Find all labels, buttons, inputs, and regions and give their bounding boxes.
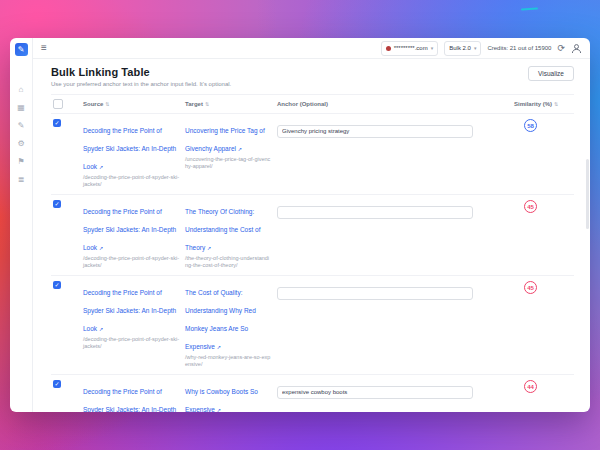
sidebar: ✎ ⌂▦✎⚙⚑≣ (10, 38, 33, 412)
mode-label: Bulk 2.0 (449, 45, 471, 51)
main-area: ≡ *********.com ▾ Bulk 2.0 ▾ Credits: 21… (33, 38, 590, 412)
flag-icon[interactable]: ⚑ (17, 158, 24, 166)
table-row: ✓ Decoding the Price Point of Spyder Ski… (51, 375, 574, 412)
chevron-down-icon: ▾ (474, 45, 477, 51)
page-title: Bulk Linking Table (51, 66, 231, 78)
row-checkbox[interactable]: ✓ (53, 119, 61, 127)
source-link[interactable]: Decoding the Price Point of Spyder Ski J… (83, 289, 176, 332)
app-logo-icon[interactable]: ✎ (15, 43, 28, 56)
grid-icon[interactable]: ▦ (17, 104, 25, 112)
sort-icon[interactable]: ⇅ (554, 101, 558, 107)
scrollbar-thumb[interactable] (586, 159, 589, 229)
anchor-input[interactable] (277, 386, 473, 399)
external-link-icon: ↗ (99, 164, 103, 170)
table-header-row: Source⇅ Target⇅ Anchor (Optional) Simila… (51, 94, 574, 114)
similarity-badge: 45 (524, 200, 537, 213)
list-icon[interactable]: ≣ (18, 176, 25, 184)
target-link[interactable]: The Cost of Quality: Understanding Why R… (185, 289, 256, 350)
user-icon[interactable] (571, 43, 582, 54)
external-link-icon: ↗ (238, 146, 242, 152)
visualize-button[interactable]: Visualize (528, 66, 574, 81)
top-bar: ≡ *********.com ▾ Bulk 2.0 ▾ Credits: 21… (33, 38, 590, 59)
chevron-down-icon: ▾ (431, 45, 434, 51)
column-header-source[interactable]: Source⇅ (83, 101, 179, 107)
row-checkbox[interactable]: ✓ (53, 200, 61, 208)
column-header-target[interactable]: Target⇅ (185, 101, 271, 107)
table-row: ✓ Decoding the Price Point of Spyder Ski… (51, 114, 574, 195)
column-header-anchor: Anchor (Optional) (277, 101, 508, 107)
bulk-linking-table: Source⇅ Target⇅ Anchor (Optional) Simila… (51, 94, 574, 412)
external-link-icon: ↗ (217, 407, 221, 412)
source-url: /decoding-the-price-point-of-spyder-ski-… (83, 336, 179, 350)
external-link-icon: ↗ (99, 245, 103, 251)
target-link[interactable]: Why is Cowboy Boots So Expensive ↗ (185, 388, 258, 412)
source-link[interactable]: Decoding the Price Point of Spyder Ski J… (83, 208, 176, 251)
target-url: /why-red-monkey-jeans-are-so-expensive/ (185, 354, 271, 368)
select-all-checkbox[interactable] (53, 99, 63, 109)
row-checkbox[interactable]: ✓ (53, 380, 61, 388)
column-header-similarity[interactable]: Similarity (%)⇅ (514, 101, 574, 107)
sort-icon[interactable]: ⇅ (105, 101, 109, 107)
external-link-icon: ↗ (99, 326, 103, 332)
menu-icon[interactable]: ≡ (41, 43, 47, 53)
target-link[interactable]: The Theory Of Clothing: Understanding th… (185, 208, 261, 251)
domain-selector[interactable]: *********.com ▾ (381, 41, 439, 56)
gear-icon[interactable]: ⚙ (17, 140, 24, 148)
domain-favicon-dot (386, 46, 391, 51)
target-url: /uncovering-the-price-tag-of-givenchy-ap… (185, 156, 271, 170)
page-subtitle: Use your preferred anchor text in the an… (51, 81, 231, 87)
external-link-icon: ↗ (207, 245, 211, 251)
anchor-input[interactable] (277, 287, 473, 300)
sort-icon[interactable]: ⇅ (205, 101, 209, 107)
target-link[interactable]: Uncovering the Price Tag of Givenchy App… (185, 127, 265, 152)
row-checkbox[interactable]: ✓ (53, 281, 61, 289)
external-link-icon: ↗ (217, 344, 221, 350)
anchor-input[interactable] (277, 125, 473, 138)
credits-label: Credits: 21 out of 15900 (487, 45, 551, 51)
source-link[interactable]: Decoding the Price Point of Spyder Ski J… (83, 127, 176, 170)
source-link[interactable]: Decoding the Price Point of Spyder Ski J… (83, 388, 176, 412)
table-row: ✓ Decoding the Price Point of Spyder Ski… (51, 195, 574, 276)
home-icon[interactable]: ⌂ (19, 86, 24, 94)
target-url: /the-theory-of-clothing-understanding-th… (185, 255, 271, 269)
page-content: Bulk Linking Table Use your preferred an… (33, 59, 590, 412)
app-window: ✎ ⌂▦✎⚙⚑≣ ≡ *********.com ▾ Bulk 2.0 ▾ Cr… (10, 38, 590, 412)
edit-icon[interactable]: ✎ (18, 122, 25, 130)
mode-selector[interactable]: Bulk 2.0 ▾ (444, 41, 481, 56)
domain-label: *********.com (394, 45, 428, 51)
source-url: /decoding-the-price-point-of-spyder-ski-… (83, 174, 179, 188)
similarity-badge: 58 (524, 119, 537, 132)
source-url: /decoding-the-price-point-of-spyder-ski-… (83, 255, 179, 269)
similarity-badge: 45 (524, 281, 537, 294)
anchor-input[interactable] (277, 206, 473, 219)
table-row: ✓ Decoding the Price Point of Spyder Ski… (51, 276, 574, 375)
decorative-streak (521, 7, 538, 10)
similarity-badge: 44 (524, 380, 537, 393)
refresh-icon[interactable]: ⟳ (557, 44, 565, 53)
